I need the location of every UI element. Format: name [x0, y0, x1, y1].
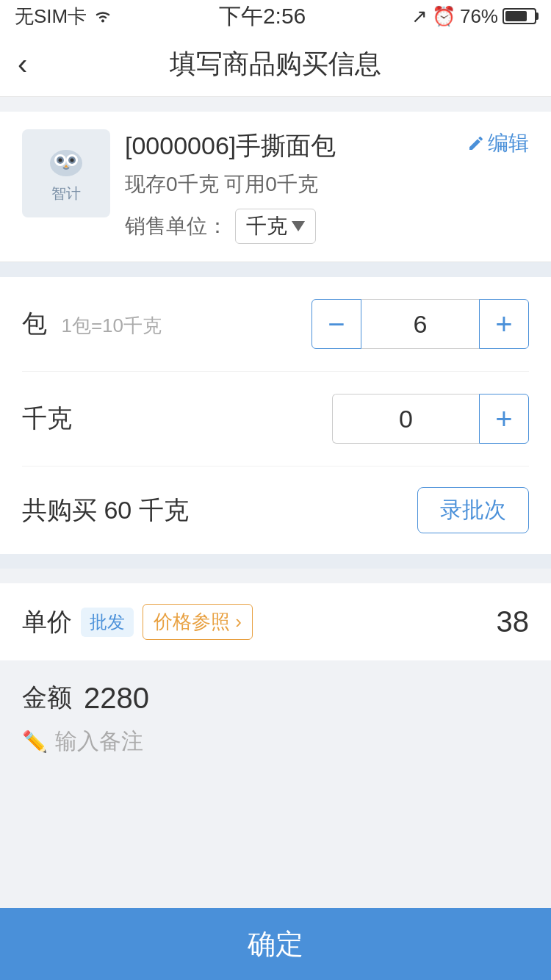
product-stock: 现存0千克 可用0千克	[125, 170, 529, 198]
status-left: 无SIM卡	[15, 4, 113, 29]
unit-label: 销售单位：	[125, 212, 228, 240]
amount-label: 金额	[22, 681, 72, 715]
confirm-button[interactable]: 确定	[248, 926, 303, 963]
unit-select[interactable]: 千克	[235, 209, 316, 244]
amount-value: 2280	[84, 682, 149, 715]
note-input[interactable]: 输入备注	[55, 727, 143, 757]
price-ref-button[interactable]: 价格参照 ›	[143, 604, 253, 640]
edit-button[interactable]: 编辑	[467, 129, 529, 157]
confirm-bar[interactable]: 确定	[0, 908, 551, 980]
amount-section: 金额 2280 ✏️ 输入备注	[0, 660, 551, 771]
back-button[interactable]: ‹	[18, 48, 27, 81]
package-quantity-input[interactable]	[361, 299, 479, 349]
package-row: 包 1包=10千克 − +	[22, 277, 529, 372]
page-title: 填写商品购买信息	[170, 46, 381, 82]
battery-icon	[503, 8, 536, 24]
kilogram-label: 千克	[22, 402, 332, 436]
svg-point-0	[101, 20, 104, 23]
kilogram-row: 千克 +	[22, 372, 529, 466]
package-quantity-control: − +	[311, 299, 529, 349]
price-row: 单价 批发 价格参照 › 38	[22, 604, 529, 640]
total-row: 共购买 60 千克 录批次	[0, 466, 551, 554]
product-unit-row: 销售单位： 千克	[125, 209, 529, 244]
price-section: 单价 批发 价格参照 › 38	[0, 583, 551, 660]
price-tag: 批发	[81, 608, 134, 637]
alarm-icon: ⏰	[432, 5, 455, 28]
product-image: 智计	[22, 129, 110, 217]
svg-point-1	[50, 150, 82, 176]
divider-2	[0, 554, 551, 569]
status-bar: 无SIM卡 下午2:56 ↗ ⏰ 76%	[0, 0, 551, 32]
price-value: 38	[497, 605, 530, 638]
wifi-icon	[93, 9, 113, 24]
kilogram-plus-button[interactable]: +	[479, 394, 529, 444]
edit-label[interactable]: 编辑	[488, 129, 529, 157]
status-time: 下午2:56	[219, 1, 306, 32]
location-icon: ↗	[411, 5, 428, 28]
batch-button[interactable]: 录批次	[417, 487, 529, 533]
total-label: 共购买 60 千克	[22, 494, 189, 527]
svg-point-7	[71, 158, 74, 162]
package-label: 包 1包=10千克	[22, 307, 311, 341]
input-section: 包 1包=10千克 − + 千克 +	[0, 277, 551, 466]
amount-row: 金额 2280	[22, 681, 529, 715]
nav-bar: ‹ 填写商品购买信息	[0, 32, 551, 97]
product-name: [0000006]手撕面包	[125, 129, 336, 163]
kilogram-quantity-input[interactable]	[332, 394, 479, 444]
battery-percent: 76%	[460, 5, 498, 28]
price-label: 单价	[22, 605, 72, 639]
package-plus-button[interactable]: +	[479, 299, 529, 349]
product-info: [0000006]手撕面包 编辑 现存0千克 可用0千克 销售单位： 千克	[125, 129, 529, 244]
package-hint: 1包=10千克	[61, 314, 162, 336]
svg-point-6	[59, 158, 62, 162]
divider-1	[0, 262, 551, 277]
carrier-text: 无SIM卡	[15, 4, 87, 29]
package-minus-button[interactable]: −	[311, 299, 361, 349]
note-row[interactable]: ✏️ 输入备注	[22, 727, 529, 757]
status-right: ↗ ⏰ 76%	[411, 5, 536, 28]
price-left: 单价 批发 价格参照 ›	[22, 604, 253, 640]
pencil-icon: ✏️	[22, 729, 48, 754]
kilogram-quantity-control: +	[332, 394, 529, 444]
product-card: 智计 [0000006]手撕面包 编辑 现存0千克 可用0千克 销售单位： 千克	[0, 112, 551, 262]
